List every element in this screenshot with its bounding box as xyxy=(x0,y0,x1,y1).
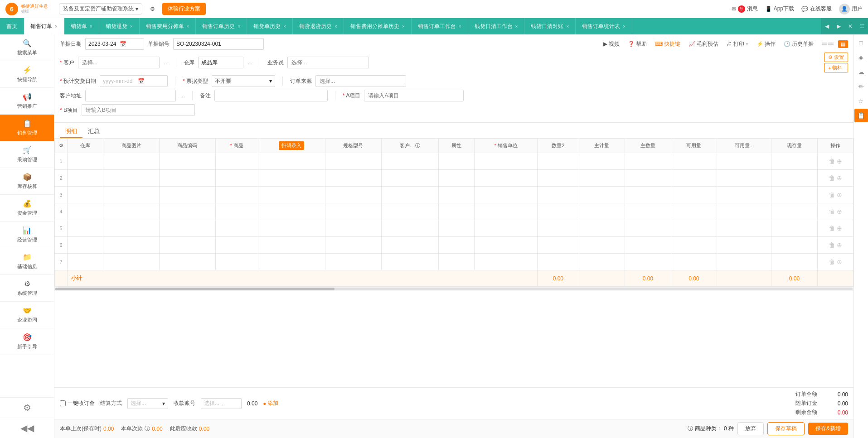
row-copy-icon[interactable]: ⊕ xyxy=(837,258,842,265)
view-video-btn[interactable]: ▶ 视频 xyxy=(601,39,621,49)
sidebar-item-search[interactable]: 🔍 搜索菜单 xyxy=(0,34,54,61)
tab-return-history[interactable]: 销货退货历史 × xyxy=(293,18,344,34)
rs-icon-1[interactable]: □ xyxy=(854,36,868,50)
sidebar-item-system[interactable]: ⚙ 系统管理 xyxy=(0,275,54,302)
save-draft-btn[interactable]: 保存草稿 xyxy=(767,422,805,435)
tab-order-history[interactable]: 销售订单历史 × xyxy=(196,18,247,34)
nav-next-btn[interactable]: ▶ xyxy=(833,18,844,34)
scan-enter-btn[interactable]: 扫码录入 xyxy=(279,141,304,150)
print-btn[interactable]: 🖨 打印 ▾ xyxy=(725,39,750,49)
app-selector[interactable]: 装备及固定资产辅助管理系统 ▾ xyxy=(59,3,142,14)
settings-icon[interactable]: ⚙ xyxy=(146,3,159,15)
rs-icon-6[interactable]: 📋 xyxy=(854,109,868,122)
delivery-date-input[interactable]: yyyy-mm-dd 📅 xyxy=(100,75,168,87)
tab-sales-return[interactable]: 销货退货 × xyxy=(99,18,140,34)
warehouse-dots[interactable]: ... xyxy=(248,59,252,66)
warehouse-input[interactable]: 成品库 xyxy=(198,57,243,68)
row-copy-icon[interactable]: ⊕ xyxy=(837,225,842,232)
quick-checkout-checkbox[interactable] xyxy=(60,400,66,406)
nav-close-all-btn[interactable]: ✕ xyxy=(844,18,856,34)
row-copy-icon[interactable]: ⊕ xyxy=(837,191,842,198)
nav-more-btn[interactable]: ☰ xyxy=(856,18,868,34)
customer-dots[interactable]: ... xyxy=(164,59,169,66)
tab-home[interactable]: 首页 xyxy=(0,18,24,34)
horizontal-scrollbar[interactable] xyxy=(54,287,853,291)
tab-order-stat[interactable]: 销售订单统计表 × xyxy=(576,18,632,34)
add-material-btn[interactable]: + 物料 xyxy=(824,63,848,72)
user-btn[interactable]: 👤 用户 xyxy=(839,4,863,14)
tab-detail[interactable]: 明细 xyxy=(60,125,82,138)
sidebar-item-sales[interactable]: 📋 销售管理 xyxy=(0,115,54,141)
industry-btn[interactable]: 体验行业方案 xyxy=(162,3,206,15)
close-tab-sales-return[interactable]: × xyxy=(130,24,133,29)
customer-addr-input[interactable] xyxy=(85,90,176,101)
row-delete-icon[interactable]: 🗑 xyxy=(829,225,835,232)
b-project-input[interactable] xyxy=(82,104,195,116)
close-tab-sales-note[interactable]: × xyxy=(90,24,92,29)
app-download-btn[interactable]: 📱 App下载 xyxy=(765,5,794,13)
tab-order-workbench[interactable]: 销售订单工作台 × xyxy=(412,18,468,34)
payment-method-select[interactable]: 选择... ▾ xyxy=(127,398,168,409)
settings-panel-btn[interactable]: ⚙ 设置 xyxy=(824,53,848,62)
sidebar-item-nav[interactable]: ⚡ 快捷导航 xyxy=(0,61,54,88)
discard-btn[interactable]: 放弃 xyxy=(737,422,764,435)
help-btn[interactable]: ❓ 帮助 xyxy=(626,39,649,49)
bill-no-input[interactable]: SO-20230324-001 xyxy=(173,38,264,50)
tab-sales-expense[interactable]: 销售费用分摊单 × xyxy=(140,18,196,34)
online-service-btn[interactable]: 💬 在线客服 xyxy=(801,5,832,13)
rs-icon-3[interactable]: ☁ xyxy=(854,65,868,79)
message-btn[interactable]: ✉ 9 消息 xyxy=(732,5,758,13)
profit-btn[interactable]: 📈 毛利预估 xyxy=(687,39,720,49)
sidebar-item-basic[interactable]: 📁 基础信息 xyxy=(0,248,54,275)
tab-daily-workbench[interactable]: 钱货日清工作台 × xyxy=(468,18,525,34)
sidebar-settings-btn[interactable]: ⚙ xyxy=(0,397,54,418)
tab-expense-history[interactable]: 销售费用分摊单历史 × xyxy=(344,18,412,34)
rs-icon-5[interactable]: ☆ xyxy=(854,94,868,108)
shortcut-btn[interactable]: ⌨ 快捷键 xyxy=(653,39,682,49)
nav-prev-btn[interactable]: ◀ xyxy=(821,18,833,34)
customer-input[interactable] xyxy=(78,57,160,68)
remark-label: 备注 xyxy=(200,92,211,100)
tab-summary[interactable]: 汇总 xyxy=(82,125,105,138)
sidebar-item-finance[interactable]: 💰 资金管理 xyxy=(0,195,54,221)
sidebar-item-guide[interactable]: 🎯 新手引导 xyxy=(0,328,54,355)
col-available: 可用量 xyxy=(671,139,717,153)
quick-checkout-label[interactable]: 一键收订金 xyxy=(60,399,95,407)
row-delete-icon[interactable]: 🗑 xyxy=(829,191,835,198)
sidebar-item-inventory[interactable]: 📦 库存核算 xyxy=(0,168,54,195)
sidebar-item-enterprise[interactable]: 🤝 企业协同 xyxy=(0,302,54,328)
close-tab-sales-order[interactable]: × xyxy=(55,24,58,29)
account-select[interactable]: 选择... ... xyxy=(201,398,242,409)
row-delete-icon[interactable]: 🗑 xyxy=(829,208,835,215)
row-copy-icon[interactable]: ⊕ xyxy=(837,158,842,165)
col-settings[interactable]: ⚙ xyxy=(55,139,68,153)
rs-icon-4[interactable]: ✏ xyxy=(854,80,868,93)
row-copy-icon[interactable]: ⊕ xyxy=(837,174,842,182)
order-source-input[interactable] xyxy=(315,75,406,87)
invoice-type-select[interactable]: 不开票 ▾ xyxy=(212,75,275,87)
sidebar-item-purchase[interactable]: 🛒 采购管理 xyxy=(0,141,54,168)
row-delete-icon[interactable]: 🗑 xyxy=(829,174,835,182)
row-delete-icon[interactable]: 🗑 xyxy=(829,241,835,249)
rs-icon-2[interactable]: ◈ xyxy=(854,51,868,64)
grid-view-btn[interactable]: ▦ xyxy=(838,40,848,48)
tab-sales-note[interactable]: 销货单 × xyxy=(64,18,99,34)
save-new-btn[interactable]: 保存&新增 xyxy=(808,423,848,435)
a-project-input[interactable] xyxy=(364,90,464,101)
tab-note-history[interactable]: 销货单历史 × xyxy=(247,18,293,34)
row-copy-icon[interactable]: ⊕ xyxy=(837,241,842,249)
remark-input[interactable] xyxy=(214,90,328,101)
tab-sales-order[interactable]: 销售订单 × xyxy=(24,18,64,34)
action-btn[interactable]: ⚡ 操作 xyxy=(755,39,777,49)
row-delete-icon[interactable]: 🗑 xyxy=(829,258,835,265)
history-btn[interactable]: 🕐 历史单据 xyxy=(782,39,815,49)
sidebar-collapse-btn[interactable]: ◀◀ xyxy=(0,418,54,438)
row-copy-icon[interactable]: ⊕ xyxy=(837,208,842,215)
sidebar-item-marketing[interactable]: 📢 营销推广 xyxy=(0,88,54,115)
sidebar-item-business[interactable]: 📊 经营管理 xyxy=(0,221,54,248)
business-input[interactable] xyxy=(287,57,369,68)
add-payment-btn[interactable]: ● 添加 xyxy=(263,399,278,407)
tab-daily-reconcile[interactable]: 钱货日清对账 × xyxy=(524,18,576,34)
row-delete-icon[interactable]: 🗑 xyxy=(829,158,835,165)
bill-date-input[interactable]: 2023-03-24 📅 xyxy=(85,38,144,50)
